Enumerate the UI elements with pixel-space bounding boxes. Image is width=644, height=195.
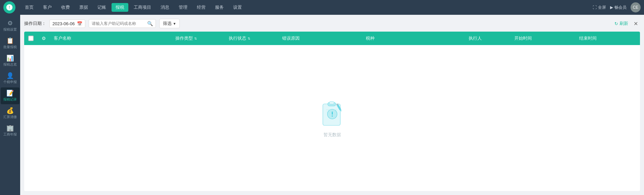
empty-state: 暂无数据 [319,98,346,138]
annual-report-icon: 🏢 [6,125,14,131]
close-button[interactable]: ✕ [632,20,640,28]
sidebar-item-annual-report[interactable]: 🏢 工商年报 [1,122,19,139]
fullscreen-button[interactable]: ⛶ 全屏 [593,5,606,10]
th-start-time: 开始时间 [510,35,575,41]
sidebar-item-label: 报税总览 [3,63,17,67]
th-settings[interactable]: ⚙ [38,36,50,41]
sidebar-item-tax-settings[interactable]: ⚙ 报税设置 [1,17,19,34]
fullscreen-icon: ⛶ [593,5,597,10]
filter-label: 筛选 [163,21,172,27]
sort-icon: ⇅ [248,37,250,40]
nav-invoice[interactable]: 票据 [75,3,92,12]
annual-settlement-icon: 💰 [6,108,14,114]
nav-right-area: ⛶ 全屏 ▶ 畅会员 CE [593,2,641,12]
sidebar-item-label: 个税申报 [3,80,17,84]
th-exec-status[interactable]: 执行状态 ⇅ [225,35,278,41]
sidebar: ⚙ 报税设置 📋 批量报税 📊 报税总览 👤 个税申报 📝 报税记录 💰 汇算清… [0,15,20,195]
sidebar-item-personal-tax[interactable]: 👤 个税申报 [1,70,19,87]
user-avatar[interactable]: CE [631,2,641,12]
refresh-icon: ↻ [614,21,618,26]
nav-settings[interactable]: 设置 [229,3,246,12]
date-picker[interactable]: 2023-06-06 📅 [49,20,85,28]
sidebar-item-label: 汇算清缴 [3,115,17,119]
search-icon: 🔍 [147,21,153,26]
nav-service[interactable]: 服务 [211,3,228,12]
th-client-name: 客户名称 [50,35,171,41]
chevron-down-icon: ▼ [173,22,176,26]
table-container: ⚙ 客户名称 操作类型 ⇅ 执行状态 ⇅ 错误原因 税种 [24,32,640,191]
member-button[interactable]: ▶ 畅会员 [610,5,627,10]
nav-business[interactable]: 工商项目 [130,3,155,12]
th-op-type[interactable]: 操作类型 ⇅ [171,35,225,41]
sidebar-item-batch-tax[interactable]: 📋 批量报税 [1,35,19,52]
column-settings-icon[interactable]: ⚙ [42,36,46,41]
app-logo[interactable] [3,1,15,13]
table-header: ⚙ 客户名称 操作类型 ⇅ 执行状态 ⇅ 错误原因 税种 [24,32,640,45]
th-executor: 执行人 [465,35,511,41]
refresh-label: 刷新 [619,21,628,27]
personal-tax-icon: 👤 [6,73,14,79]
empty-text: 暂无数据 [324,132,341,138]
top-navigation: 首页 客户 收费 票据 记账 报税 工商项目 消息 管理 经营 服务 设置 ⛶ … [0,0,644,15]
nav-message[interactable]: 消息 [157,3,173,12]
date-label: 操作日期： [24,21,46,27]
play-icon: ▶ [610,5,613,10]
toolbar: 操作日期： 2023-06-06 📅 🔍 筛选 ▼ ↻ 刷新 ✕ [24,19,640,28]
nav-tax[interactable]: 报税 [112,3,128,12]
tax-settings-icon: ⚙ [7,20,13,26]
nav-items-list: 首页 客户 收费 票据 记账 报税 工商项目 消息 管理 经营 服务 设置 [21,3,593,12]
sidebar-item-label: 报税记录 [3,98,17,102]
sidebar-item-tax-overview[interactable]: 📊 报税总览 [1,52,19,69]
select-all-checkbox[interactable] [28,36,34,41]
main-layout: ⚙ 报税设置 📋 批量报税 📊 报税总览 👤 个税申报 📝 报税记录 💰 汇算清… [0,15,644,195]
content-area: 操作日期： 2023-06-06 📅 🔍 筛选 ▼ ↻ 刷新 ✕ [20,15,644,195]
sidebar-item-label: 批量报税 [3,45,17,49]
sidebar-item-label: 工商年报 [3,132,17,136]
nav-accounting[interactable]: 记账 [93,3,110,12]
search-wrapper[interactable]: 🔍 [89,19,156,28]
th-error-reason: 错误原因 [278,35,362,41]
tax-record-icon: 📝 [6,90,14,96]
calendar-icon: 📅 [77,21,82,26]
nav-home[interactable]: 首页 [21,3,38,12]
table-body: 暂无数据 [24,45,640,191]
th-tax-type: 税种 [362,35,464,41]
filter-button[interactable]: 筛选 ▼ [159,19,180,28]
nav-client[interactable]: 客户 [39,3,56,12]
nav-manage[interactable]: 管理 [175,3,191,12]
nav-operation[interactable]: 经营 [193,3,210,12]
th-end-time: 结束时间 [575,35,640,41]
svg-rect-2 [329,102,334,104]
sidebar-item-label: 报税设置 [3,28,17,32]
search-input[interactable] [92,21,145,26]
sidebar-item-annual-settlement[interactable]: 💰 汇算清缴 [1,105,19,122]
th-checkbox[interactable] [24,36,38,41]
batch-tax-icon: 📋 [6,38,14,44]
date-value: 2023-06-06 [52,21,75,26]
empty-illustration-svg [319,98,346,128]
tax-overview-icon: 📊 [6,55,14,61]
sort-icon: ⇅ [194,37,197,40]
svg-point-5 [332,115,333,116]
sidebar-item-tax-record[interactable]: 📝 报税记录 [1,87,19,104]
nav-billing[interactable]: 收费 [57,3,74,12]
refresh-button[interactable]: ↻ 刷新 [614,21,628,27]
